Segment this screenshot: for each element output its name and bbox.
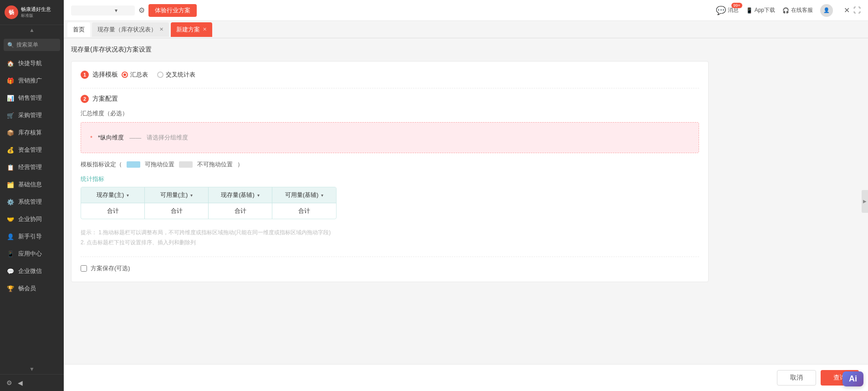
content-area: 现存量(库存状况表)方案设置 1 选择模板 汇总表 xyxy=(64,38,868,364)
stats-header-cell-4[interactable]: 可用量(基辅) ▾ xyxy=(272,187,336,203)
col4-chevron[interactable]: ▾ xyxy=(321,193,323,198)
stats-col-4: 可用量(基辅) ▾ xyxy=(272,187,336,203)
stats-table: 现存量(主) ▾ 可用量(主) ▾ xyxy=(81,187,337,219)
stats-col-2: 可用量(主) ▾ xyxy=(145,187,209,203)
topbar: ▾ ⚙ 体验行业方案 💬 99+ 消息 📱 App下载 🎧 在线客服 👤 ✕ ⛶ xyxy=(64,0,868,21)
window-controls: ✕ ⛶ xyxy=(844,6,861,15)
col1-header: 现存量(主) xyxy=(97,191,124,199)
radio-summary-label: 汇总表 xyxy=(130,71,148,79)
online-service-button[interactable]: 🎧 在线客服 xyxy=(782,6,813,14)
expand-icon[interactable]: ⛶ xyxy=(853,6,861,15)
app-logo-icon: 畅 xyxy=(5,5,18,19)
search-label: 搜索菜单 xyxy=(16,41,38,49)
app-download-button[interactable]: 📱 App下载 xyxy=(746,6,775,14)
radio-summary-circle xyxy=(122,72,128,78)
headset-icon: 🎧 xyxy=(782,7,789,14)
col2-header: 可用量(主) xyxy=(160,191,188,199)
sidebar-item-cooperation[interactable]: 🤝 企业协同 xyxy=(0,211,64,228)
step1-badge: 1 xyxy=(81,71,89,79)
sidebar-item-label: 系统管理 xyxy=(18,198,42,206)
col1-chevron[interactable]: ▾ xyxy=(127,193,129,198)
topbar-dropdown-arrow[interactable]: ▾ xyxy=(115,7,117,14)
sidebar-logo: 畅 畅康通好生意 标准版 xyxy=(0,0,64,25)
sidebar-footer: ⚙ ◀ xyxy=(0,374,64,391)
step2-header: 2 方案配置 xyxy=(81,95,699,103)
message-button[interactable]: 💬 99+ 消息 xyxy=(716,5,739,15)
sidebar-item-label: 库存核算 xyxy=(18,129,42,137)
dimension-row: * *纵向维度 —— 请选择分组维度 xyxy=(90,134,689,142)
right-collapse-handle[interactable]: ▶ xyxy=(862,190,868,213)
col2-chevron[interactable]: ▾ xyxy=(190,193,193,198)
sidebar-item-member[interactable]: 🏆 畅会员 xyxy=(0,280,64,297)
template-indicator-end: ） xyxy=(237,160,243,169)
sidebar-item-basic[interactable]: 🗂️ 基础信息 xyxy=(0,176,64,193)
settings-icon[interactable]: ⚙ xyxy=(6,379,12,386)
movable-label: 可拖动位置 xyxy=(145,160,174,169)
sidebar-item-finance[interactable]: 💰 资金管理 xyxy=(0,141,64,159)
dimension-area[interactable]: * *纵向维度 —— 请选择分组维度 xyxy=(81,122,699,153)
tab-home[interactable]: 首页 xyxy=(67,22,90,37)
sidebar-item-system[interactable]: ⚙️ 系统管理 xyxy=(0,193,64,211)
topbar-left: ▾ ⚙ 体验行业方案 xyxy=(71,4,710,17)
tab-inventory-close[interactable]: ✕ xyxy=(159,26,163,32)
topbar-gear-icon[interactable]: ⚙ xyxy=(138,6,145,15)
stats-header-cell-1[interactable]: 现存量(主) ▾ xyxy=(81,187,144,203)
sidebar-item-quicknav[interactable]: 🏠 快捷导航 xyxy=(0,55,64,72)
template-indicator: 模板指标设定（ 可拖动位置 不可拖动位置 ） xyxy=(81,160,699,169)
tab-new-plan[interactable]: 新建方案 ✕ xyxy=(171,22,212,37)
mobile-icon: 📱 xyxy=(6,250,15,258)
sidebar-nav: 🏠 快捷导航 🎁 营销推广 📊 销售管理 🛒 采购管理 📦 库存核算 💰 资金管… xyxy=(0,55,64,364)
template-radio-group: 汇总表 交叉统计表 xyxy=(122,71,195,79)
gear-icon: ⚙️ xyxy=(6,198,15,206)
sidebar-item-sales[interactable]: 📊 销售管理 xyxy=(0,89,64,107)
dimension-label: *纵向维度 xyxy=(98,134,124,142)
close-icon[interactable]: ✕ xyxy=(844,6,850,15)
sidebar-item-label: 营销推广 xyxy=(18,77,42,85)
page-title: 现存量(库存状况表)方案设置 xyxy=(71,46,709,54)
stats-header-cell-2[interactable]: 可用量(主) ▾ xyxy=(145,187,208,203)
message-badge: 99+ xyxy=(731,3,742,8)
user-avatar[interactable]: 👤 xyxy=(820,4,833,17)
step2-badge: 2 xyxy=(81,95,89,103)
divider2 xyxy=(81,257,699,257)
unmovable-label: 不可拖动位置 xyxy=(197,160,233,169)
step1-section: 1 选择模板 汇总表 交叉统计表 xyxy=(81,71,699,79)
save-checkbox[interactable] xyxy=(81,265,87,272)
radio-cross-circle xyxy=(157,72,163,78)
sidebar-item-operations[interactable]: 📋 经营管理 xyxy=(0,159,64,176)
radio-summary[interactable]: 汇总表 xyxy=(122,71,148,79)
app-name: 畅康通好生意 xyxy=(21,6,51,12)
sidebar-item-marketing[interactable]: 🎁 营销推广 xyxy=(0,72,64,89)
tab-new-plan-close[interactable]: ✕ xyxy=(203,26,207,32)
main-card: 1 选择模板 汇总表 交叉统计表 xyxy=(71,61,709,282)
phone-icon: 📱 xyxy=(746,7,753,14)
col3-data: 合计 xyxy=(209,203,272,219)
home-icon: 🏠 xyxy=(6,59,15,67)
sidebar-item-newbie[interactable]: 👤 新手引导 xyxy=(0,228,64,245)
tips-item1: 1.拖动标题栏可以调整布局，不可跨维度或指标区域拖动(只能在同一维度或指标区域内… xyxy=(98,229,331,236)
collapse-icon[interactable]: ◀ xyxy=(18,379,23,386)
sidebar-search[interactable]: 🔍 搜索菜单 xyxy=(4,39,60,51)
col3-chevron[interactable]: ▾ xyxy=(257,193,260,198)
sidebar-item-label: 企业协同 xyxy=(18,215,42,223)
topbar-search-box[interactable]: ▾ xyxy=(71,5,135,15)
sidebar-item-wechat[interactable]: 💬 企业微信 xyxy=(0,262,64,280)
sidebar-item-purchase[interactable]: 🛒 采购管理 xyxy=(0,107,64,124)
template-indicator-label: 模板指标设定（ xyxy=(81,160,122,169)
sidebar-item-inventory[interactable]: 📦 库存核算 xyxy=(0,124,64,141)
tips-label: 提示： xyxy=(81,229,97,236)
chat-icon: 💬 xyxy=(6,267,15,275)
radio-cross[interactable]: 交叉统计表 xyxy=(157,71,195,79)
tab-inventory-status[interactable]: 现存量（库存状况表） ✕ xyxy=(92,22,169,37)
app-download-label: App下载 xyxy=(755,6,775,14)
trial-button[interactable]: 体验行业方案 xyxy=(148,4,197,17)
step1-header: 1 选择模板 汇总表 交叉统计表 xyxy=(81,71,699,79)
topbar-search-input[interactable] xyxy=(76,7,112,14)
stats-header-cell-3[interactable]: 现存量(基辅) ▾ xyxy=(209,187,272,203)
save-option-label: 方案保存(可选) xyxy=(91,264,130,273)
sidebar-item-appcenter[interactable]: 📱 应用中心 xyxy=(0,245,64,262)
tips-title: 提示： 1.拖动标题栏可以调整布局，不可跨维度或指标区域拖动(只能在同一维度或指… xyxy=(81,228,699,238)
sidebar-item-label: 经营管理 xyxy=(18,163,42,171)
cancel-button[interactable]: 取消 xyxy=(777,370,816,386)
sidebar-item-label: 基础信息 xyxy=(18,180,42,189)
